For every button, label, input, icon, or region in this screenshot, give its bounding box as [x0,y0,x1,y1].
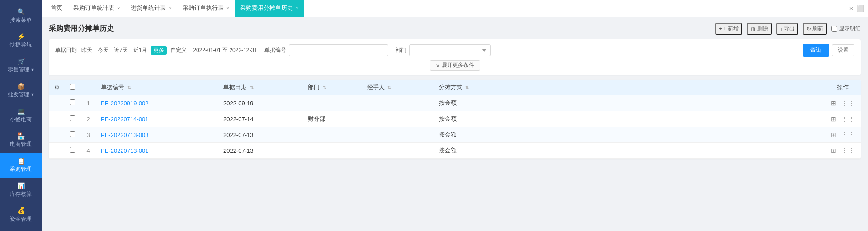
row-edit-icon[interactable]: ⊞ [830,146,837,155]
row-checkbox[interactable] [70,99,75,105]
tab-purchase-order-stat[interactable]: 采购订单统计表 × [68,0,125,17]
wholesale-icon: 📦 [2,83,40,90]
table-row: 4 PE-20220713-001 2022-07-13 按金额 ⊞ ⋮⋮ [49,143,861,159]
ecom-icon: 🏪 [2,132,40,140]
row-handler [363,95,434,111]
row-settings [49,143,65,159]
expand-icon: ∨ [436,62,440,69]
filter-bar: 单据日期 昨天 今天 近7天 近1月 更多 自定义 2022-01-01 至 2… [49,39,861,75]
sidebar-item-ecom[interactable]: 🏪 电商管理 [0,128,42,153]
date-btn-custom[interactable]: 自定义 [169,46,189,55]
row-order-no[interactable]: PE-20220713-003 [96,127,219,143]
row-settings [49,111,65,127]
add-button[interactable]: + + 新增 [715,23,742,35]
sidebar-item-wholesale[interactable]: 📦 批发管理 ▾ [0,78,42,103]
th-split-method[interactable]: 分摊方式 ⇅ [434,80,825,95]
tab-maximize-icon[interactable]: ⬜ [857,5,864,12]
query-button[interactable]: 查询 [803,44,829,57]
sidebar-item-finance[interactable]: 💰 资金管理 [0,203,42,227]
th-settings[interactable]: ⚙ [49,80,65,95]
row-checkbox-cell [65,127,80,143]
th-handler[interactable]: 经手人 ⇅ [363,80,434,95]
date-btn-7days[interactable]: 近7天 [112,46,130,55]
table-row: 2 PE-20220714-001 2022-07-14 财务部 按金额 ⊞ ⋮… [49,111,861,127]
expand-more-button[interactable]: ∨ 展开更多条件 [430,60,480,71]
dept-select[interactable]: 财务部 [409,44,491,56]
row-dept [303,95,363,111]
row-checkbox[interactable] [70,115,75,121]
order-no-link[interactable]: PE-20220919-002 [101,100,149,107]
tab-goods-stat[interactable]: 进货单统计表 × [125,0,177,17]
date-quick-btns: 昨天 今天 近7天 近1月 更多 自定义 [80,46,189,55]
page-content: 采购费用分摊单历史 + + 新增 🗑 删除 ↑ 导出 ↻ 刷新 [42,17,868,231]
row-edit-icon[interactable]: ⊞ [830,99,837,108]
tab-purchase-exec[interactable]: 采购订单执行表 × [177,0,235,17]
row-actions: ⊞ ⋮⋮ [829,130,856,139]
row-date: 2022-07-13 [219,143,303,159]
row-split-method: 按金额 [434,95,825,111]
row-handler [363,143,434,159]
sidebar-item-ledger[interactable]: 📒 总账管理 [0,227,42,231]
row-edit-icon[interactable]: ⊞ [830,130,837,139]
sort-dept-icon: ⇅ [323,85,326,90]
export-button[interactable]: ↑ 导出 [776,23,798,35]
th-order-no[interactable]: 单据编号 ⇅ [96,80,219,95]
row-actions: ⊞ ⋮⋮ [829,114,856,123]
sidebar-item-quick[interactable]: ⚡ 快捷导航 [0,28,42,53]
row-checkbox-cell [65,95,80,111]
tab-purchase-cost[interactable]: 采购费用分摊单历史 × [235,0,304,17]
date-btn-more[interactable]: 更多 [151,46,167,55]
sidebar-item-inventory[interactable]: 📊 库存核算 [0,178,42,203]
th-date[interactable]: 单据日期 ⇅ [219,80,303,95]
delete-button[interactable]: 🗑 删除 [747,23,772,35]
row-order-no[interactable]: PE-20220714-001 [96,111,219,127]
row-order-no[interactable]: PE-20220919-002 [96,95,219,111]
tab-close-all-icon[interactable]: × [849,5,853,12]
sidebar-item-purchase[interactable]: 📋 采购管理 [0,153,42,178]
row-checkbox[interactable] [70,131,75,137]
tab-close-purchase-cost[interactable]: × [296,5,298,11]
tab-close-purchase-exec[interactable]: × [226,5,229,11]
row-more-icon[interactable]: ⋮⋮ [841,114,855,123]
row-ops: ⊞ ⋮⋮ [825,143,861,159]
row-more-icon[interactable]: ⋮⋮ [841,99,855,108]
row-more-icon[interactable]: ⋮⋮ [841,146,855,155]
date-btn-yesterday[interactable]: 昨天 [80,46,94,55]
row-more-icon[interactable]: ⋮⋮ [841,130,855,139]
row-checkbox[interactable] [70,147,75,153]
tab-close-purchase-order-stat[interactable]: × [117,5,120,11]
date-btn-today[interactable]: 今天 [96,46,110,55]
order-no-link[interactable]: PE-20220713-003 [101,132,149,138]
select-all-checkbox[interactable] [70,84,75,90]
tab-close-goods-stat[interactable]: × [169,5,171,11]
show-cols-checkbox[interactable]: 显示明细 [831,25,861,33]
order-no-link[interactable]: PE-20220714-001 [101,116,149,123]
order-no-link[interactable]: PE-20220713-001 [101,147,149,154]
refresh-icon: ↻ [807,26,811,32]
filter-order-no: 单据编号 [264,44,388,56]
quick-icon: ⚡ [2,33,40,40]
th-num [80,80,96,95]
data-table: ⚙ 单据编号 ⇅ 单据日期 ⇅ [49,80,861,159]
row-settings [49,95,65,111]
th-dept[interactable]: 部门 ⇅ [303,80,363,95]
row-date: 2022-09-19 [219,95,303,111]
show-cols-input[interactable] [831,26,837,32]
date-btn-1month[interactable]: 近1月 [132,46,149,55]
row-edit-icon[interactable]: ⊞ [830,114,837,123]
purchase-icon: 📋 [2,157,40,165]
sort-handler-icon: ⇅ [387,85,391,90]
row-settings [49,127,65,143]
table-row: 3 PE-20220713-003 2022-07-13 按金额 ⊞ ⋮⋮ [49,127,861,143]
refresh-button[interactable]: ↻ 刷新 [803,23,827,35]
row-order-no[interactable]: PE-20220713-001 [96,143,219,159]
sidebar-item-search[interactable]: 🔍 搜索菜单 [0,4,42,28]
add-icon: + [719,26,722,32]
tab-home[interactable]: 首页 [45,0,68,17]
settings-button[interactable]: 设置 [832,44,854,56]
row-actions: ⊞ ⋮⋮ [829,99,856,108]
sidebar-item-micro[interactable]: 💻 小畅电商 [0,103,42,128]
sidebar-item-retail[interactable]: 🛒 零售管理 ▾ [0,53,42,78]
order-no-input[interactable] [289,44,388,56]
tab-bar: 首页 采购订单统计表 × 进货单统计表 × 采购订单执行表 × 采购费用分摊单历… [42,0,868,17]
